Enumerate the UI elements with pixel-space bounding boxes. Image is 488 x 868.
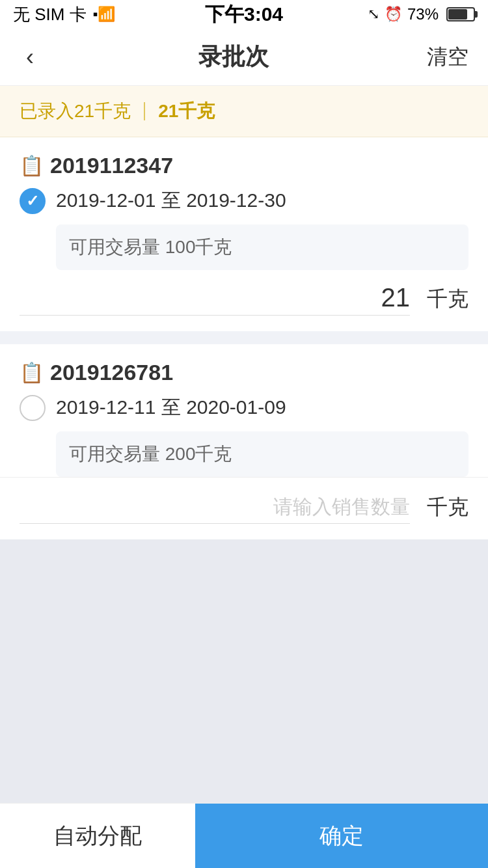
battery-percent: 73% (407, 5, 439, 23)
page-title: 录批次 (198, 41, 269, 73)
qty-row-1: 21 千克 (0, 270, 488, 331)
location-icon: ⤡ (368, 6, 379, 23)
qty-input-row-2: 千克 (0, 477, 488, 539)
available-qty-2: 可用交易量 200千克 (56, 431, 468, 477)
alarm-icon: ⏰ (385, 6, 402, 23)
status-time: 下午3:04 (205, 1, 283, 28)
qty-input-2[interactable] (20, 491, 410, 524)
batch-date-1: 2019-12-01 至 2019-12-30 (56, 187, 286, 214)
radio-btn-1[interactable] (20, 188, 46, 214)
qty-value-1: 21 (381, 283, 411, 312)
auto-distribute-button[interactable]: 自动分配 (0, 804, 195, 868)
carrier-text: 无 SIM 卡 (13, 3, 87, 26)
status-bar: 无 SIM 卡 ▪📶 下午3:04 ⤡ ⏰ 73% (0, 0, 488, 29)
batch-header-2: 📋 2019126781 (20, 360, 468, 385)
batch-id-1: 2019112347 (50, 153, 173, 178)
confirm-button[interactable]: 确定 (195, 804, 488, 868)
batch-card-1: 📋 2019112347 2019-12-01 至 2019-12-30 可用交… (0, 137, 488, 331)
bottom-bar: 自动分配 确定 (0, 803, 488, 868)
qty-unit-1: 千克 (427, 285, 468, 314)
nav-bar: ‹ 录批次 清空 (0, 29, 488, 86)
batch-doc-icon-1: 📋 (20, 154, 44, 177)
batch-card-2: 📋 2019126781 2019-12-11 至 2020-01-09 可用交… (0, 344, 488, 539)
qty-unit-2: 千克 (427, 493, 468, 522)
section-divider (0, 331, 488, 344)
batch-date-row-2: 2019-12-11 至 2020-01-09 (20, 394, 468, 421)
empty-area (0, 539, 488, 826)
batch-header-1: 📋 2019112347 (20, 153, 468, 178)
status-carrier: 无 SIM 卡 ▪📶 (13, 3, 115, 26)
batch-date-2: 2019-12-11 至 2020-01-09 (56, 394, 286, 421)
available-qty-1: 可用交易量 100千克 (56, 224, 468, 270)
batch-doc-icon-2: 📋 (20, 361, 44, 384)
back-button[interactable]: ‹ (20, 37, 40, 77)
radio-btn-2[interactable] (20, 395, 46, 421)
battery-icon (446, 7, 475, 21)
qty-input-area-1: 21 (20, 283, 410, 316)
info-banner: 已录入21千克 21千克 (0, 86, 488, 137)
recorded-label: 已录入21千克 (20, 99, 131, 124)
status-right: ⤡ ⏰ 73% (368, 5, 475, 23)
batch-item-1: 📋 2019112347 2019-12-01 至 2019-12-30 可用交… (0, 137, 488, 270)
banner-divider (144, 102, 145, 120)
clear-button[interactable]: 清空 (427, 43, 468, 72)
batch-item-2: 📋 2019126781 2019-12-11 至 2020-01-09 可用交… (0, 344, 488, 477)
recorded-amount: 21千克 (158, 99, 215, 124)
batch-id-2: 2019126781 (50, 360, 173, 385)
batch-date-row-1: 2019-12-01 至 2019-12-30 (20, 187, 468, 214)
wifi-icon: ▪📶 (93, 6, 116, 23)
